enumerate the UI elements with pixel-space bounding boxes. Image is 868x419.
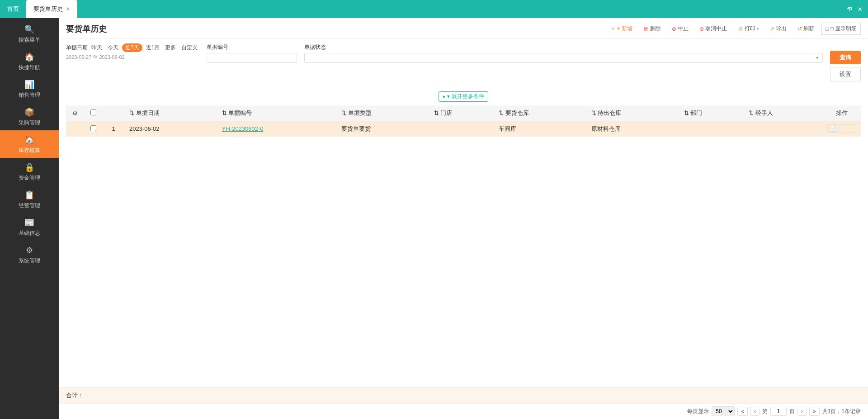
content-area: 要货单历史 ＋ + 新增 🗑 删除 ⊘ 中止 ⊘: [59, 18, 868, 419]
sidebar-item-ops-mgmt[interactable]: 📋 经营管理: [0, 186, 59, 213]
per-page-select[interactable]: 50 10 20 100: [712, 406, 735, 416]
sidebar-item-search-menu[interactable]: 🔍 搜索菜单: [0, 20, 59, 48]
row-edit-button[interactable]: 📄: [827, 124, 839, 133]
table-row: 1 2023-06-02 YH-20230602-0 要货单要货 车间库 原材料…: [66, 121, 861, 137]
sidebar-label-quick-nav: 快捷导航: [19, 64, 40, 71]
th-store[interactable]: ⇅ 门店: [429, 105, 494, 121]
sidebar-item-inventory[interactable]: 🏠 库存核算: [0, 130, 59, 158]
filter-bar: 单据日期 昨天 今天 近7天 近1月 更多 自定义 2023-05-27 至 2…: [59, 39, 868, 81]
date-preset-custom[interactable]: 自定义: [179, 43, 199, 52]
purchase-mgmt-icon: 📦: [24, 107, 34, 117]
tab-order-history[interactable]: 要货单历史 ✕: [26, 0, 77, 18]
doc-no-label: 单据编号: [207, 43, 297, 51]
th-handler[interactable]: ⇅ 经手人: [744, 105, 823, 121]
doc-no-input[interactable]: [207, 53, 297, 63]
date-preset-yesterday[interactable]: 昨天: [90, 43, 104, 52]
refresh-icon: ↺: [797, 26, 802, 32]
table-header: ⚙ ⇅ 单据日期 ⇅ 单据编号 ⇅ 单据类型 ⇅ 门店 ⇅ 要货仓库 ⇅ 待出仓…: [66, 105, 861, 121]
sales-mgmt-icon: 📊: [24, 80, 34, 90]
date-range-display: 2023-05-27 至 2023-06-02: [66, 54, 199, 61]
print-icon: 🖨: [738, 26, 743, 32]
window-restore-btn[interactable]: 🗗: [846, 6, 852, 13]
date-filter-group: 单据日期 昨天 今天 近7天 近1月 更多 自定义 2023-05-27 至 2…: [66, 43, 199, 61]
row-doc-no[interactable]: YH-20230602-0: [217, 121, 337, 137]
sidebar-item-sys-mgmt[interactable]: ⚙ 系统管理: [0, 241, 59, 268]
row-handler: [744, 121, 823, 137]
query-button[interactable]: 查询: [830, 51, 861, 64]
cancel-stop-icon: ⊘: [699, 26, 704, 32]
sidebar-item-purchase-mgmt[interactable]: 📦 采购管理: [0, 103, 59, 130]
settings-button[interactable]: 设置: [830, 67, 861, 81]
stop-button[interactable]: ⊘ 中止: [668, 23, 692, 34]
cancel-stop-button[interactable]: ⊘ 取消中止: [696, 23, 731, 34]
sidebar-item-quick-nav[interactable]: 🏠 快捷导航: [0, 48, 59, 75]
row-req-warehouse: 车间库: [494, 121, 587, 137]
table-body: 1 2023-06-02 YH-20230602-0 要货单要货 车间库 原材料…: [66, 121, 861, 137]
page-number-input[interactable]: [770, 407, 787, 416]
prev-page-button[interactable]: ‹: [750, 407, 760, 416]
export-button[interactable]: ↗ 导出: [766, 23, 790, 34]
top-bar-right: 🗗 ✕: [846, 6, 868, 13]
print-button[interactable]: 🖨 打印 ▾: [734, 23, 763, 34]
delete-button[interactable]: 🗑 删除: [640, 23, 665, 34]
window-close-btn[interactable]: ✕: [858, 6, 863, 13]
sidebar: 🔍 搜索菜单 🏠 快捷导航 📊 销售管理 📦 采购管理 🏠 库存核算 🔒 资金管…: [0, 18, 59, 419]
next-page-button[interactable]: ›: [797, 407, 807, 416]
filter-actions: 查询 设置: [830, 43, 861, 81]
expand-conditions-button[interactable]: ▾ ▾ 展开更多条件: [439, 91, 488, 102]
sidebar-item-basic-info[interactable]: 📰 基础信息: [0, 213, 59, 241]
status-select[interactable]: ▾: [304, 53, 823, 63]
row-dept: [679, 121, 744, 137]
sidebar-item-finance-mgmt[interactable]: 🔒 资金管理: [0, 158, 59, 186]
date-preset-today[interactable]: 今天: [106, 43, 120, 52]
sidebar-item-sales-mgmt[interactable]: 📊 销售管理: [0, 75, 59, 103]
table-footer: 合计：: [59, 387, 868, 403]
row-more-button[interactable]: ⋮⋮: [841, 124, 856, 133]
page-title: 要货单历史: [66, 24, 607, 34]
sidebar-label-sys-mgmt: 系统管理: [19, 257, 40, 265]
th-doc-date[interactable]: ⇅ 单据日期: [125, 105, 217, 121]
add-button[interactable]: ＋ + 新增: [607, 23, 636, 34]
tab-close-icon[interactable]: ✕: [66, 6, 70, 12]
refresh-button[interactable]: ↺ 刷新: [794, 23, 818, 34]
th-pending-warehouse[interactable]: ⇅ 待出仓库: [587, 105, 679, 121]
add-icon: ＋: [610, 25, 616, 33]
first-page-button[interactable]: «: [737, 407, 748, 416]
search-menu-icon: 🔍: [24, 24, 34, 34]
pagination-total: 共1页，1条记录: [822, 408, 861, 415]
tab-home[interactable]: 首页: [0, 0, 26, 18]
th-req-warehouse[interactable]: ⇅ 要货仓库: [494, 105, 587, 121]
ops-mgmt-icon: 📋: [24, 190, 34, 200]
sidebar-label-inventory: 库存核算: [19, 147, 40, 154]
date-preset-more[interactable]: 更多: [163, 43, 178, 52]
show-detail-button[interactable]: □ □ 显示明细: [821, 23, 861, 35]
last-page-button[interactable]: »: [809, 407, 820, 416]
doc-no-filter-group: 单据编号: [207, 43, 297, 63]
top-bar: 首页 要货单历史 ✕ 🗗 ✕: [0, 0, 868, 18]
row-store: [429, 121, 494, 137]
page-suffix: 页: [789, 408, 795, 415]
row-check[interactable]: [84, 121, 102, 137]
print-dropdown-arrow[interactable]: ▾: [757, 26, 759, 31]
page-label: 第: [762, 408, 768, 415]
select-all-checkbox[interactable]: [90, 110, 96, 115]
page-content: 要货单历史 ＋ + 新增 🗑 删除 ⊘ 中止 ⊘: [59, 18, 868, 419]
row-settings: [66, 121, 84, 137]
th-dept[interactable]: ⇅ 部门: [679, 105, 744, 121]
sidebar-label-ops-mgmt: 经营管理: [19, 202, 40, 210]
sidebar-label-basic-info: 基础信息: [19, 229, 40, 237]
finance-mgmt-icon: 🔒: [24, 162, 34, 172]
date-preset-7days[interactable]: 近7天: [122, 43, 142, 52]
per-page-label: 每页显示: [687, 408, 709, 415]
row-checkbox[interactable]: [90, 125, 96, 131]
th-doc-no[interactable]: ⇅ 单据编号: [217, 105, 337, 121]
date-preset-1month[interactable]: 近1月: [144, 43, 162, 52]
th-doc-type[interactable]: ⇅ 单据类型: [337, 105, 429, 121]
stop-icon: ⊘: [672, 26, 676, 32]
th-check[interactable]: [84, 105, 102, 121]
table-wrap: ⚙ ⇅ 单据日期 ⇅ 单据编号 ⇅ 单据类型 ⇅ 门店 ⇅ 要货仓库 ⇅ 待出仓…: [59, 105, 868, 387]
expand-more-row: ▾ ▾ 展开更多条件: [59, 81, 868, 105]
th-settings[interactable]: ⚙: [66, 105, 84, 121]
date-filter-label: 单据日期: [66, 44, 88, 52]
status-filter-group: 单据状态 ▾: [304, 43, 823, 63]
